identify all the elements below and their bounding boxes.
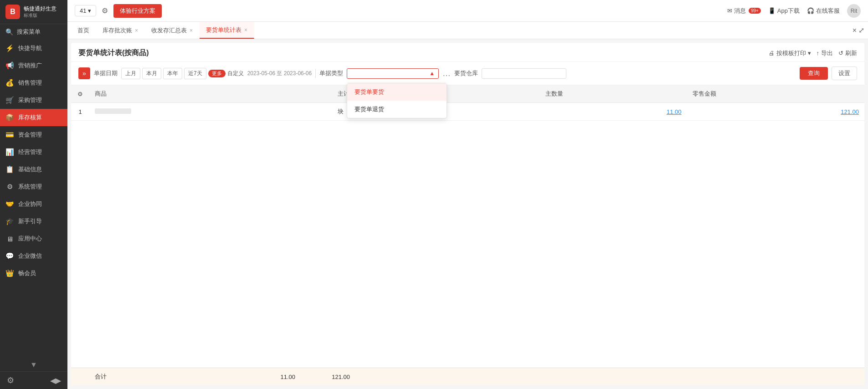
nav-icon-basics: 📋	[5, 165, 14, 174]
tab-home[interactable]: 首页	[71, 22, 96, 39]
nav-label-vip: 畅会员	[18, 269, 36, 277]
sidebar-item-apps[interactable]: 🖥应用中心	[0, 230, 67, 247]
sidebar-item-cooperation[interactable]: 🤝企业协同	[0, 195, 67, 213]
nav-icon-guide: 🎓	[5, 217, 14, 225]
sidebar-item-marketing[interactable]: 📢营销推广	[0, 57, 67, 74]
tab-receive-summary[interactable]: 收发存汇总表×	[145, 22, 200, 39]
tab-order-summary[interactable]: 要货单统计表×	[200, 22, 254, 39]
date-custom-btn[interactable]: 自定义	[227, 70, 244, 77]
tabs-container: 首页库存批次账×收发存汇总表×要货单统计表×	[71, 22, 254, 39]
date-btn-up[interactable]: 上月	[121, 68, 140, 79]
online-service-icon: 🎧	[807, 7, 814, 14]
topbar-right: ✉ 消息 99+ 📱 App下载 🎧 在线客服 Rit	[727, 4, 861, 18]
sidebar-item-system[interactable]: ⚙系统管理	[0, 178, 67, 195]
sidebar-item-purchase[interactable]: 🛒采购管理	[0, 92, 67, 109]
settings-icon[interactable]: ⚙	[6, 375, 15, 385]
tabs-bar: 首页库存批次账×收发存汇总表×要货单统计表× × ⤢	[67, 22, 868, 39]
date-btn-current[interactable]: 本月	[142, 68, 161, 79]
collapse-icon[interactable]: ◀▶	[50, 376, 61, 385]
tabs-close-btn[interactable]: ×	[853, 26, 857, 35]
sidebar-item-inventory[interactable]: 📦库存核算	[0, 109, 67, 126]
sidebar-scroll-down[interactable]: ▼	[0, 358, 67, 371]
sidebar-item-finance[interactable]: 💳资金管理	[0, 126, 67, 143]
warehouse-filter-input[interactable]	[482, 68, 566, 79]
page-actions: 🖨 按模板打印 ▾ ↑ 导出 ↺ 刷新	[769, 49, 858, 57]
online-service-item[interactable]: 🎧 在线客服	[807, 7, 840, 15]
sidebar-search[interactable]: 🔍 搜索菜单	[0, 24, 67, 40]
tab-close-receive-summary[interactable]: ×	[190, 27, 193, 34]
refresh-btn[interactable]: ↺ 刷新	[838, 49, 857, 57]
print-icon: 🖨	[769, 50, 775, 56]
th-amount: 零售金额	[687, 85, 864, 103]
company-dropdown[interactable]: 41 ▾	[75, 5, 96, 16]
topbar-left: 41 ▾ ⚙ 体验行业方案	[75, 4, 727, 18]
nav-icon-sales: 💰	[5, 79, 14, 87]
sidebar-item-sales[interactable]: 💰销售管理	[0, 74, 67, 92]
page-title: 要货单统计表(按商品)	[78, 48, 149, 58]
sidebar-item-operations[interactable]: 📊经营管理	[0, 143, 67, 161]
data-table: ⚙ 商品 主计量单位 主数量 零售金额 1 块	[71, 85, 864, 121]
type-select[interactable]: ▲	[347, 68, 439, 79]
dropdown-option-order-goods[interactable]: 要货单要货	[347, 83, 447, 101]
sidebar-item-wechat[interactable]: 💬企业微信	[0, 247, 67, 265]
qty-link[interactable]: 11.00	[667, 108, 682, 115]
company-value: 41	[80, 7, 86, 14]
topbar-gear-icon[interactable]: ⚙	[102, 6, 108, 15]
sidebar-logo: B 畅捷通好生意 标准版	[0, 0, 67, 24]
tab-inventory-batch[interactable]: 库存批次账×	[96, 22, 145, 39]
amount-link[interactable]: 121.00	[841, 108, 859, 115]
cell-goods	[89, 103, 332, 121]
messages-badge: 99+	[749, 8, 761, 14]
date-btn-7days[interactable]: 近7天	[184, 68, 206, 79]
export-btn[interactable]: ↑ 导出	[817, 49, 833, 57]
settings-icon: ⚙	[77, 91, 83, 97]
sidebar-item-guide[interactable]: 🎓新手引导	[0, 213, 67, 230]
nav-label-sales: 销售管理	[18, 79, 42, 87]
warehouse-filter-label: 要货仓库	[454, 69, 478, 77]
date-btn-year[interactable]: 本年	[163, 68, 182, 79]
print-template-btn[interactable]: 🖨 按模板打印 ▾	[769, 49, 811, 57]
filter-bar: » 单据日期 上月 本月 本年 近7天 更多 自定义 2023-05-06 至 …	[71, 62, 864, 85]
tab-close-order-summary[interactable]: ×	[244, 27, 247, 33]
messages-item[interactable]: ✉ 消息 99+	[727, 7, 761, 15]
date-range-display: 2023-05-06 至 2023-06-06	[247, 70, 312, 77]
app-download-item[interactable]: 📱 App下载	[768, 7, 800, 15]
th-goods: 商品	[89, 85, 332, 103]
sidebar-bottom: ⚙ ◀▶	[0, 371, 67, 389]
sidebar-item-vip[interactable]: 👑畅会员	[0, 265, 67, 282]
nav-label-marketing: 营销推广	[18, 61, 42, 70]
type-select-container: ▲ 要货单要货 要货单退货	[347, 68, 439, 79]
sidebar-item-quick-nav[interactable]: ⚡快捷导航	[0, 40, 67, 57]
avatar[interactable]: Rit	[847, 4, 861, 18]
nav-label-system: 系统管理	[18, 183, 42, 191]
nav-label-finance: 资金管理	[18, 131, 42, 139]
th-settings[interactable]: ⚙	[71, 85, 89, 103]
filter-more-btn[interactable]: …	[442, 69, 451, 78]
type-select-arrow: ▲	[429, 70, 435, 77]
sidebar-search-label: 搜索菜单	[17, 28, 41, 36]
nav-label-quick-nav: 快捷导航	[18, 44, 42, 52]
online-service-label: 在线客服	[816, 7, 840, 15]
table-wrapper: ⚙ 商品 主计量单位 主数量 零售金额 1 块	[71, 85, 864, 368]
dropdown-option-order-return[interactable]: 要货单退货	[347, 101, 447, 118]
date-more-tag[interactable]: 更多	[208, 70, 226, 77]
type-select-input[interactable]	[351, 70, 427, 77]
nav-label-purchase: 采购管理	[18, 96, 42, 104]
tab-close-inventory-batch[interactable]: ×	[135, 27, 138, 34]
filter-expand-btn[interactable]: »	[78, 67, 90, 79]
sidebar-item-basics[interactable]: 📋基础信息	[0, 161, 67, 178]
tabs-expand-btn[interactable]: ⤢	[858, 26, 864, 35]
nav-icon-apps: 🖥	[5, 235, 14, 243]
type-filter-label: 单据类型	[319, 69, 343, 77]
query-btn[interactable]: 查询	[800, 67, 828, 80]
nav-label-wechat: 企业微信	[18, 252, 42, 260]
refresh-icon: ↺	[838, 50, 843, 56]
table-footer: 合计 11.00 121.00	[71, 368, 864, 385]
tabs-actions: × ⤢	[853, 26, 864, 35]
cell-seq: 1	[71, 103, 89, 121]
filter-settings-btn[interactable]: 设置	[832, 67, 857, 80]
nav-label-inventory: 库存核算	[18, 113, 42, 122]
cell-qty: 11.00	[540, 103, 687, 121]
nav-icon-vip: 👑	[5, 269, 14, 277]
trial-btn[interactable]: 体验行业方案	[113, 4, 162, 18]
